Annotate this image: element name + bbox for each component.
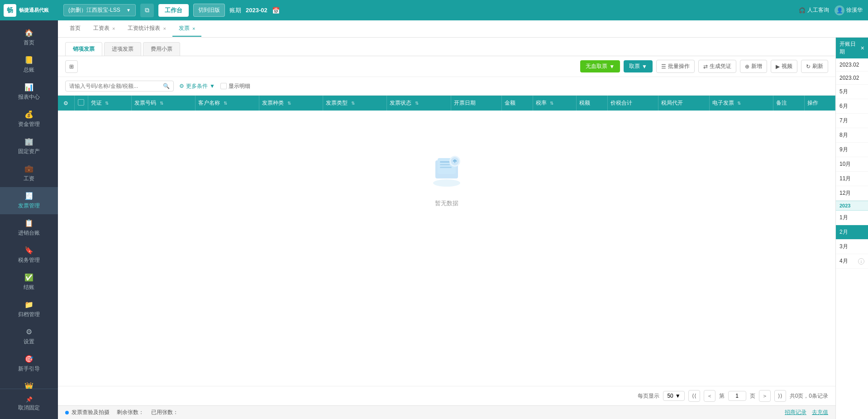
expand-arrow-icon[interactable]: ↓: [858, 258, 864, 265]
sidebar-item-发票管理[interactable]: 🧾发票管理: [0, 187, 58, 214]
generate-voucher-label: 生成凭证: [710, 63, 731, 70]
grid-view-button[interactable]: ⊞: [65, 60, 78, 73]
tab-salary-close[interactable]: ×: [112, 26, 115, 31]
date-picker-close-icon[interactable]: ×: [861, 44, 864, 52]
date-item-6[interactable]: 6月: [836, 99, 868, 114]
date-item-8[interactable]: 8月: [836, 128, 868, 143]
support-link[interactable]: 🎧 人工客询: [799, 6, 829, 14]
page-input[interactable]: [728, 391, 746, 401]
col-settings[interactable]: ⚙: [58, 96, 74, 111]
support-label: 人工客询: [807, 6, 829, 14]
sidebar-icon: 📒: [24, 56, 33, 64]
sidebar-item-首页[interactable]: 🏠首页: [0, 24, 58, 51]
date-item-2023-02-top1[interactable]: 2023.02: [836, 58, 868, 72]
show-detail-label[interactable]: 显示明细: [220, 82, 250, 90]
chevron-down-icon: ▼: [126, 8, 131, 13]
sidebar-item-进销台账[interactable]: 📋进销台账: [0, 214, 58, 241]
col-invoice-type[interactable]: 发票种类 ⇅: [259, 96, 323, 111]
sub-tab-purchase[interactable]: 进项发票: [104, 42, 141, 56]
sidebar-item-畅会员[interactable]: 👑畅会员: [0, 377, 58, 389]
sidebar-pin-item[interactable]: 📌 取消固定: [2, 394, 56, 414]
col-tax-code: 税局代开: [658, 96, 710, 111]
date-item-12[interactable]: 12月: [836, 186, 868, 201]
date-item-11[interactable]: 11月: [836, 172, 868, 186]
no-cancel-ticket-button[interactable]: 无血取票 ▼: [580, 60, 620, 72]
sub-tab-sales[interactable]: 销项发票: [65, 42, 102, 56]
sidebar-item-总账[interactable]: 📒总账: [0, 51, 58, 78]
show-detail-text: 显示明细: [229, 82, 250, 90]
sub-tab-expense[interactable]: 费用小票: [143, 42, 180, 56]
date-item-2023-3[interactable]: 3月: [836, 240, 868, 254]
tab-home[interactable]: 首页: [63, 21, 87, 37]
col-invoice-cat[interactable]: 发票类型 ⇅: [323, 96, 387, 111]
col-checkbox[interactable]: [74, 96, 88, 111]
take-ticket-button[interactable]: 取票 ▼: [624, 60, 653, 72]
tab-invoice-close[interactable]: ×: [192, 26, 195, 31]
sub-tab-expense-label: 费用小票: [151, 46, 172, 52]
app-name: 畅捷通易代账: [19, 7, 49, 13]
month-11-label: 11月: [839, 175, 851, 183]
prev-page-button[interactable]: ＜: [704, 390, 715, 402]
chevron-down-icon: ▼: [609, 63, 615, 70]
per-page-select[interactable]: 50 ▼: [663, 391, 684, 401]
search-input[interactable]: [69, 83, 160, 89]
sidebar-icon: 📁: [24, 300, 33, 309]
next-page-button[interactable]: ＞: [759, 390, 771, 402]
col-e-invoice[interactable]: 电子发票 ⇅: [710, 96, 773, 111]
recharge-link[interactable]: 去充值: [812, 409, 828, 416]
date-item-9[interactable]: 9月: [836, 143, 868, 157]
work-table-button[interactable]: 工作台: [158, 4, 189, 17]
sidebar-icon: 📊: [24, 83, 33, 92]
logo-icon: 畅: [4, 4, 16, 17]
generate-voucher-button[interactable]: ⇄ 生成凭证: [698, 60, 736, 73]
col-tax-rate[interactable]: 税率 ⇅: [533, 96, 577, 111]
date-item-7[interactable]: 7月: [836, 114, 868, 128]
sidebar-item-结账[interactable]: ✅结账: [0, 269, 58, 296]
sidebar-footer: 📌 取消固定: [0, 389, 58, 419]
date-item-2023-02-top2[interactable]: 2023.02: [836, 72, 868, 85]
show-detail-checkbox[interactable]: [220, 83, 227, 89]
video-button[interactable]: ▶ 视频: [771, 60, 797, 73]
copy-icon-btn[interactable]: ⧉: [140, 4, 154, 17]
tab-salary-stats[interactable]: 工资统计报表 ×: [121, 21, 172, 37]
date-label: 2023.02: [839, 75, 859, 81]
switch-version-button[interactable]: 切到旧版: [193, 4, 225, 17]
date-item-10[interactable]: 10月: [836, 157, 868, 172]
first-page-button[interactable]: ⟨⟨: [688, 390, 700, 402]
sidebar-item-新手引导[interactable]: 🎯新手引导: [0, 350, 58, 377]
date-label: 2023.02: [839, 62, 859, 68]
col-invoice-no[interactable]: 发票号码 ⇅: [132, 96, 196, 111]
date-item-2023-1[interactable]: 1月: [836, 211, 868, 225]
col-customer[interactable]: 客户名称 ⇅: [196, 96, 259, 111]
search-icon: 🔍: [163, 83, 170, 89]
new-button[interactable]: ⊕ 新增: [740, 60, 767, 73]
col-invoice-status[interactable]: 发票状态 ⇅: [387, 96, 451, 111]
sidebar-item-设置[interactable]: ⚙设置: [0, 323, 58, 350]
sidebar-item-工资[interactable]: 💼工资: [0, 160, 58, 187]
sidebar: 畅 畅捷通易代账 🏠首页📒总账📊报表中心💰资金管理🏢固定资产💼工资🧾发票管理📋进…: [0, 0, 58, 419]
toolbar-actions: 无血取票 ▼ 取票 ▼ ☰ 批量操作 ⇄ 生成凭证: [580, 60, 828, 73]
tab-invoice-label: 发票: [179, 24, 190, 32]
bottom-links: 招商记录 去充值: [785, 409, 828, 416]
last-page-button[interactable]: ⟩⟩: [774, 390, 786, 402]
tab-salary-stats-close[interactable]: ×: [163, 26, 166, 31]
col-amount: 金额: [502, 96, 533, 111]
batch-ops-button[interactable]: ☰ 批量操作: [656, 60, 695, 73]
check-item: 发票查验及拍摄: [65, 409, 110, 416]
company-selector[interactable]: (勿删）江西股宝-LSS ▼: [63, 4, 136, 16]
add-record-link[interactable]: 招商记录: [785, 409, 806, 416]
refresh-button[interactable]: ↻ 刷新: [801, 60, 828, 73]
sidebar-item-报表中心[interactable]: 📊报表中心: [0, 78, 58, 106]
date-item-2023-2[interactable]: 2月: [836, 225, 868, 240]
more-conditions-button[interactable]: ⚙ 更多条件 ▼: [179, 82, 215, 90]
sidebar-item-固定资产[interactable]: 🏢固定资产: [0, 133, 58, 160]
user-info[interactable]: 👤 徐溪华: [835, 5, 863, 15]
tab-invoice[interactable]: 发票 ×: [172, 21, 201, 37]
col-voucher[interactable]: 凭证 ⇅: [88, 96, 132, 111]
date-item-2023-4[interactable]: 4月 ↓: [836, 254, 868, 269]
tab-salary[interactable]: 工资表 ×: [87, 21, 121, 37]
sidebar-item-资金管理[interactable]: 💰资金管理: [0, 106, 58, 133]
date-item-5[interactable]: 5月: [836, 85, 868, 99]
sidebar-item-税务管理[interactable]: 🔖税务管理: [0, 241, 58, 269]
sidebar-item-归档管理[interactable]: 📁归档管理: [0, 296, 58, 323]
